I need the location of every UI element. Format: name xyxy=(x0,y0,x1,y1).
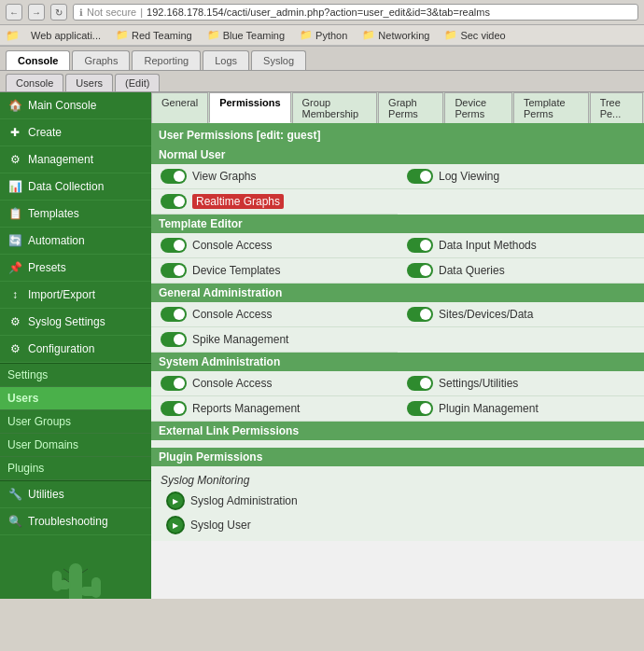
sidebar-item-user-domains[interactable]: User Domains xyxy=(0,434,151,457)
circle-icon-syslog-admin xyxy=(166,492,185,510)
sidebar-item-plugins[interactable]: Plugins xyxy=(0,457,151,480)
folder-icon: 📁 xyxy=(444,29,457,41)
general-admin-perms: Console Access Sites/Devices/Data Spike … xyxy=(151,302,644,353)
svg-line-7 xyxy=(82,569,88,573)
toggle-device-templates[interactable] xyxy=(161,263,187,278)
forward-button[interactable]: → xyxy=(28,4,45,21)
toggle-plugin-management[interactable] xyxy=(407,401,433,416)
perm-ga-console[interactable]: Console Access xyxy=(151,302,398,327)
label-device-templates: Device Templates xyxy=(192,264,281,277)
sidebar-item-automation[interactable]: 🔄 Automation xyxy=(0,228,151,255)
section-general-admin: General Administration xyxy=(151,284,644,302)
bookmark-blue-teaming[interactable]: 📁 Blue Teaming xyxy=(203,28,288,42)
content-area: General Permissions Group Membership Gra… xyxy=(151,92,644,599)
toggle-te-console[interactable] xyxy=(161,238,187,253)
perm-sites-devices[interactable]: Sites/Devices/Data xyxy=(398,302,644,327)
sub-tab-users[interactable]: Users xyxy=(65,74,113,91)
automation-icon: 🔄 xyxy=(7,233,22,248)
perm-spike-management[interactable]: Spike Management xyxy=(151,327,398,353)
perm-reports-management[interactable]: Reports Management xyxy=(151,396,398,422)
toggle-log-viewing[interactable] xyxy=(407,169,433,184)
label-settings-utilities: Settings/Utilities xyxy=(439,377,518,390)
management-icon: ⚙ xyxy=(7,152,22,167)
label-syslog-user: Syslog User xyxy=(190,519,251,532)
system-admin-perms: Console Access Settings/Utilities Report… xyxy=(151,371,644,422)
perm-tab-template-perms[interactable]: Template Perms xyxy=(513,92,589,123)
toggle-data-queries[interactable] xyxy=(407,263,433,278)
perm-tab-general[interactable]: General xyxy=(151,92,208,123)
sidebar-item-create[interactable]: ✚ Create xyxy=(0,119,151,146)
label-te-console: Console Access xyxy=(192,239,272,252)
back-button[interactable]: ← xyxy=(6,4,22,21)
browser-tabs: Console Graphs Reporting Logs Syslog xyxy=(0,47,644,71)
label-sa-console: Console Access xyxy=(192,377,272,390)
presets-icon: 📌 xyxy=(7,260,22,275)
circle-icon-syslog-user xyxy=(166,516,185,534)
bookmark-python[interactable]: 📁 Python xyxy=(296,28,351,42)
sidebar-item-user-groups[interactable]: User Groups xyxy=(0,410,151,434)
section-system-admin: System Administration xyxy=(151,353,644,371)
tab-graphs[interactable]: Graphs xyxy=(72,50,130,70)
perm-sa-console[interactable]: Console Access xyxy=(151,371,398,396)
perm-tab-graph-perms[interactable]: Graph Perms xyxy=(378,92,443,123)
sidebar-item-data-collection[interactable]: 📊 Data Collection xyxy=(0,173,151,201)
perm-data-queries[interactable]: Data Queries xyxy=(398,258,644,284)
tab-logs[interactable]: Logs xyxy=(203,50,249,70)
sidebar-item-settings[interactable]: Settings xyxy=(0,364,151,387)
page-title: User Permissions [edit: guest] xyxy=(151,125,644,145)
toggle-sites-devices[interactable] xyxy=(407,307,433,322)
toggle-ga-console[interactable] xyxy=(161,307,187,322)
address-bar[interactable]: ℹ Not secure | 192.168.178.154/cacti/use… xyxy=(73,4,638,21)
perm-settings-utilities[interactable]: Settings/Utilities xyxy=(398,371,644,396)
section-template-editor: Template Editor xyxy=(151,215,644,233)
tab-syslog[interactable]: Syslog xyxy=(251,50,306,70)
perm-plugin-management[interactable]: Plugin Management xyxy=(398,396,644,422)
bookmark-networking[interactable]: 📁 Networking xyxy=(358,28,433,42)
bookmark-web[interactable]: Web applicati... xyxy=(27,29,105,42)
perm-device-templates[interactable]: Device Templates xyxy=(151,258,398,284)
sidebar-item-troubleshooting[interactable]: 🔍 Troubleshooting xyxy=(0,508,151,535)
sub-tab-edit[interactable]: (Edit) xyxy=(115,74,160,91)
toggle-data-input[interactable] xyxy=(407,238,433,253)
sidebar-item-presets[interactable]: 📌 Presets xyxy=(0,255,151,282)
sidebar-item-utilities[interactable]: 🔧 Utilities xyxy=(0,481,151,508)
toggle-reports-management[interactable] xyxy=(161,401,187,416)
sidebar-item-import-export[interactable]: ↕ Import/Export xyxy=(0,282,151,309)
perm-te-console[interactable]: Console Access xyxy=(151,233,398,258)
refresh-button[interactable]: ↻ xyxy=(50,4,67,21)
perm-tab-group-membership[interactable]: Group Membership xyxy=(292,92,378,123)
perm-tab-device-perms[interactable]: Device Perms xyxy=(444,92,512,123)
perm-syslog-admin[interactable]: Syslog Administration xyxy=(161,489,635,513)
sidebar-item-templates[interactable]: 📋 Templates xyxy=(0,201,151,228)
perm-view-graphs[interactable]: View Graphs xyxy=(151,164,398,189)
perm-log-viewing[interactable]: Log Viewing xyxy=(398,164,644,189)
tab-console[interactable]: Console xyxy=(6,50,70,70)
sidebar-item-users[interactable]: Users xyxy=(0,387,151,410)
plugin-section: Syslog Monitoring Syslog Administration … xyxy=(151,466,644,541)
perm-tab-permissions[interactable]: Permissions xyxy=(209,92,290,123)
toggle-view-graphs[interactable] xyxy=(161,169,187,184)
bookmark-sec-video[interactable]: 📁 Sec video xyxy=(441,28,509,42)
toggle-settings-utilities[interactable] xyxy=(407,376,433,391)
sidebar-item-syslog-settings[interactable]: ⚙ Syslog Settings xyxy=(0,309,151,336)
perm-syslog-user[interactable]: Syslog User xyxy=(161,513,635,537)
toggle-realtime-graphs[interactable] xyxy=(161,194,187,209)
tab-reporting[interactable]: Reporting xyxy=(132,50,201,70)
bookmark-red-teaming[interactable]: 📁 Red Teaming xyxy=(112,28,196,42)
svg-rect-2 xyxy=(52,571,62,591)
sidebar-item-management[interactable]: ⚙ Management xyxy=(0,146,151,173)
sidebar-item-configuration[interactable]: ⚙ Configuration xyxy=(0,336,151,363)
perm-realtime-graphs[interactable]: Realtime Graphs xyxy=(151,189,398,215)
perm-tab-tree-perms[interactable]: Tree Pe... xyxy=(590,92,643,123)
sub-tabs: Console Users (Edit) xyxy=(0,71,644,92)
toggle-sa-console[interactable] xyxy=(161,376,187,391)
sidebar-item-main-console[interactable]: 🏠 Main Console xyxy=(0,92,151,119)
label-view-graphs: View Graphs xyxy=(192,170,256,183)
toggle-spike-management[interactable] xyxy=(161,332,187,347)
section-normal-user: Normal User xyxy=(151,145,644,164)
perm-data-input[interactable]: Data Input Methods xyxy=(398,233,644,258)
import-export-icon: ↕ xyxy=(7,287,22,302)
sub-tab-console[interactable]: Console xyxy=(6,74,63,91)
utilities-icon: 🔧 xyxy=(7,487,22,502)
address-text: 192.168.178.154/cacti/user_admin.php?act… xyxy=(147,7,490,18)
